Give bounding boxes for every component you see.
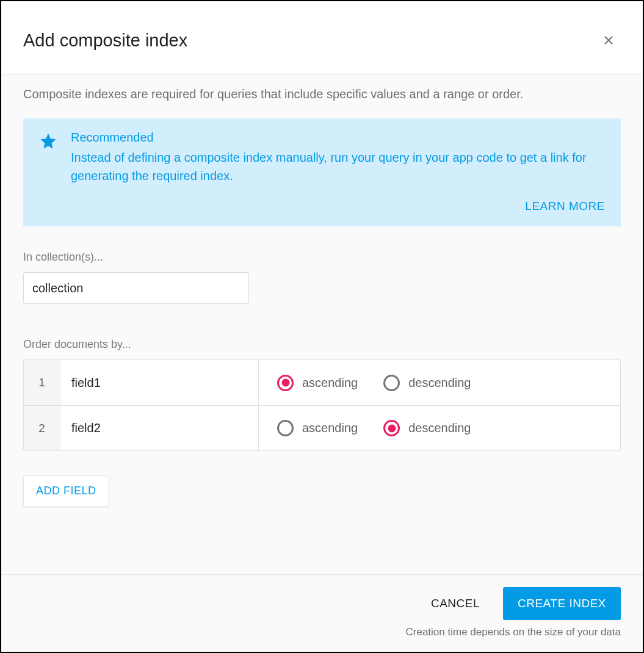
radio-icon xyxy=(383,375,400,391)
create-index-button[interactable]: CREATE INDEX xyxy=(503,587,621,620)
order-section: Order documents by... 1 ascending xyxy=(23,338,621,507)
order-table: 1 ascending descending xyxy=(23,359,621,451)
banner-title: Recommended xyxy=(71,131,605,145)
dialog-title: Add composite index xyxy=(23,31,187,51)
add-composite-index-dialog: Add composite index Composite indexes ar… xyxy=(1,1,643,652)
banner-text: Instead of defining a composite index ma… xyxy=(71,148,605,185)
radio-icon xyxy=(277,420,294,436)
star-icon xyxy=(39,132,57,150)
recommendation-banner: Recommended Instead of defining a compos… xyxy=(23,118,621,226)
descending-label: descending xyxy=(408,421,471,435)
row-number: 1 xyxy=(24,360,60,405)
descending-label: descending xyxy=(408,376,471,390)
collection-label: In collection(s)... xyxy=(23,251,621,264)
order-label: Order documents by... xyxy=(23,338,621,351)
ascending-label: ascending xyxy=(302,376,358,390)
ascending-radio[interactable]: ascending xyxy=(277,375,358,391)
radio-icon xyxy=(383,420,400,436)
descending-radio[interactable]: descending xyxy=(383,420,471,436)
ascending-radio[interactable]: ascending xyxy=(277,420,358,436)
field-name-input[interactable] xyxy=(60,360,258,405)
cancel-button[interactable]: CANCEL xyxy=(425,588,486,619)
close-button[interactable] xyxy=(596,28,621,52)
order-row: 1 ascending descending xyxy=(24,360,620,405)
row-number: 2 xyxy=(24,406,60,450)
collection-input[interactable] xyxy=(23,272,249,304)
order-row: 2 ascending descending xyxy=(24,405,620,450)
dialog-header: Add composite index xyxy=(1,1,643,75)
add-field-button[interactable]: ADD FIELD xyxy=(23,475,109,507)
learn-more-button[interactable]: LEARN MORE xyxy=(525,200,605,213)
close-icon xyxy=(601,33,616,48)
dialog-subtitle: Composite indexes are required for queri… xyxy=(23,87,621,101)
banner-content: Recommended Instead of defining a compos… xyxy=(39,131,605,185)
radio-icon xyxy=(277,375,294,391)
field-name-input[interactable] xyxy=(60,406,258,450)
ascending-label: ascending xyxy=(302,421,358,435)
dialog-footer: CANCEL CREATE INDEX Creation time depend… xyxy=(1,574,643,652)
descending-radio[interactable]: descending xyxy=(383,375,471,391)
dialog-body: Composite indexes are required for queri… xyxy=(1,75,643,574)
footer-note: Creation time depends on the size of you… xyxy=(406,626,621,638)
